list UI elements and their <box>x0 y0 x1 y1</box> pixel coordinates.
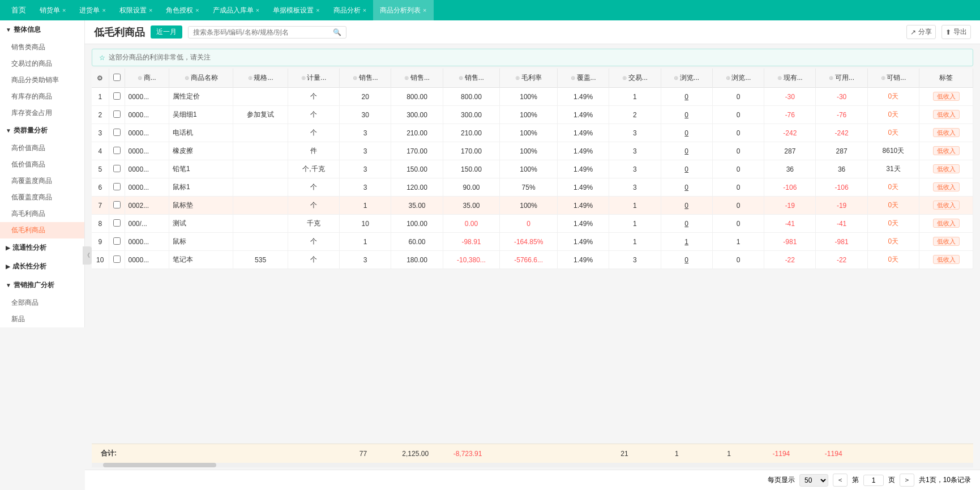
row-checkbox[interactable] <box>113 201 121 208</box>
row-checkbox[interactable] <box>113 110 121 118</box>
sidebar-group-marketing[interactable]: ▼ 营销推广分析 <box>0 276 84 295</box>
row-checkbox-cell[interactable] <box>109 124 125 142</box>
tag-badge[interactable]: 低收入 <box>933 255 960 264</box>
browse1-link[interactable]: 0 <box>684 93 688 101</box>
nav-close-permissions[interactable]: × <box>149 7 152 14</box>
nav-roles[interactable]: 角色授权 × <box>159 0 206 20</box>
sidebar-item-high-margin[interactable]: 高毛利商品 <box>0 206 84 222</box>
sidebar-item-low-margin[interactable]: 低毛利商品 <box>0 222 84 238</box>
sidebar-item-stocked[interactable]: 有库存的商品 <box>0 88 84 105</box>
sidebar-item-high-coverage[interactable]: 高覆盖度商品 <box>0 173 84 189</box>
row-checkbox-cell[interactable] <box>109 142 125 160</box>
nav-close-product-analysis-list[interactable]: × <box>423 7 426 14</box>
th-browse2[interactable]: 浏览... <box>712 69 764 88</box>
page-size-select[interactable]: 50 100 200 <box>799 474 828 487</box>
tag-badge[interactable]: 低收入 <box>933 146 960 155</box>
nav-close-roles[interactable]: × <box>195 7 199 14</box>
nav-close-product-analysis[interactable]: × <box>363 7 366 14</box>
nav-templates[interactable]: 单据模板设置 × <box>266 0 326 20</box>
tag-badge[interactable]: 低收入 <box>933 110 960 119</box>
tag-badge[interactable]: 低收入 <box>933 201 960 210</box>
next-page-button[interactable]: ＞ <box>900 474 914 487</box>
search-icon[interactable]: 🔍 <box>333 28 341 36</box>
tag-badge[interactable]: 低收入 <box>933 164 960 173</box>
scrollbar-thumb[interactable] <box>103 463 216 467</box>
th-salable[interactable]: 可销... <box>867 69 919 88</box>
browse1-link[interactable]: 0 <box>684 165 688 173</box>
share-button[interactable]: ↗ 分享 <box>906 25 936 39</box>
browse1-link[interactable]: 0 <box>684 184 688 191</box>
browse1-link[interactable]: 0 <box>684 111 688 119</box>
row-checkbox[interactable] <box>113 237 121 245</box>
row-checkbox-cell[interactable] <box>109 197 125 215</box>
sidebar-collapse-btn[interactable]: 《 <box>83 246 92 265</box>
nav-close-templates[interactable]: × <box>316 7 319 14</box>
row-checkbox-cell[interactable] <box>109 106 125 124</box>
row-checkbox[interactable] <box>113 255 121 263</box>
row-checkbox-cell[interactable] <box>109 88 125 106</box>
th-code[interactable]: 商... <box>125 69 169 88</box>
th-price[interactable]: 销售... <box>391 69 443 88</box>
row-checkbox-cell[interactable] <box>109 233 125 251</box>
row-checkbox[interactable] <box>113 92 121 100</box>
th-settings[interactable]: ⚙ <box>92 69 109 88</box>
th-trade[interactable]: 交易... <box>609 69 661 88</box>
th-available[interactable]: 可用... <box>816 69 867 88</box>
browse1-link[interactable]: 1 <box>684 238 688 246</box>
table-container[interactable]: ⚙ 商... 商品名称 规格... 计量... 销售... 销售... 销售..… <box>92 69 973 444</box>
row-checkbox[interactable] <box>113 147 121 154</box>
row-checkbox-cell[interactable] <box>109 178 125 197</box>
sidebar-item-all-products[interactable]: 全部商品 <box>0 295 84 311</box>
tag-badge[interactable]: 低收入 <box>933 219 960 228</box>
sidebar-item-traded-products[interactable]: 交易过的商品 <box>0 56 84 72</box>
th-unit[interactable]: 计量... <box>288 69 339 88</box>
tag-badge[interactable]: 低收入 <box>933 182 960 191</box>
sidebar-item-category-rate[interactable]: 商品分类助销率 <box>0 72 84 88</box>
nav-product-analysis-list[interactable]: 商品分析列表 × <box>373 0 433 20</box>
browse1-link[interactable]: 0 <box>684 256 688 264</box>
th-spec[interactable]: 规格... <box>233 69 288 88</box>
sidebar-group-growth[interactable]: ▶ 成长性分析 <box>0 257 84 276</box>
sidebar-group-cluster[interactable]: ▼ 类群量分析 <box>0 121 84 140</box>
tag-badge[interactable]: 低收入 <box>933 128 960 137</box>
th-current[interactable]: 现有... <box>764 69 816 88</box>
nav-sales[interactable]: 销货单 × <box>33 0 72 20</box>
browse1-link[interactable]: 0 <box>684 202 688 210</box>
tag-badge[interactable]: 低收入 <box>933 92 960 101</box>
page-number-input[interactable] <box>863 475 884 486</box>
sidebar-item-low-coverage[interactable]: 低覆盖度商品 <box>0 189 84 206</box>
row-checkbox[interactable] <box>113 219 121 227</box>
nav-purchase[interactable]: 进货单 × <box>72 0 112 20</box>
sidebar-item-capital[interactable]: 库存资金占用 <box>0 105 84 121</box>
th-browse1[interactable]: 浏览... <box>661 69 712 88</box>
select-all-checkbox[interactable] <box>113 74 121 81</box>
date-filter-button[interactable]: 近一月 <box>151 25 182 39</box>
sidebar-item-sales-products[interactable]: 销售类商品 <box>0 39 84 56</box>
sidebar-item-high-value[interactable]: 高价值商品 <box>0 140 84 156</box>
nav-close-products-in[interactable]: × <box>256 7 259 14</box>
browse1-link[interactable]: 0 <box>684 147 688 155</box>
tag-badge[interactable]: 低收入 <box>933 237 960 246</box>
th-qty[interactable]: 销售... <box>340 69 391 88</box>
browse1-link[interactable]: 0 <box>684 129 688 137</box>
th-checkbox[interactable] <box>109 69 125 88</box>
search-input[interactable] <box>193 28 333 36</box>
th-margin[interactable]: 毛利率 <box>500 69 558 88</box>
browse1-link[interactable]: 0 <box>684 220 688 228</box>
th-cost[interactable]: 销售... <box>443 69 500 88</box>
horizontal-scrollbar[interactable] <box>92 463 973 467</box>
sidebar-item-new-products[interactable]: 新品 <box>0 311 84 327</box>
row-checkbox[interactable] <box>113 165 121 172</box>
row-checkbox-cell[interactable] <box>109 160 125 178</box>
nav-close-purchase[interactable]: × <box>102 7 105 14</box>
export-button[interactable]: ⬆ 导出 <box>942 25 971 39</box>
nav-permissions[interactable]: 权限设置 × <box>113 0 159 20</box>
row-checkbox[interactable] <box>113 183 121 190</box>
nav-products-in[interactable]: 产成品入库单 × <box>206 0 266 20</box>
th-name[interactable]: 商品名称 <box>169 69 233 88</box>
sidebar-group-overall[interactable]: ▼ 整体信息 <box>0 20 84 39</box>
nav-home[interactable]: 首页 <box>5 0 33 20</box>
sidebar-item-low-value[interactable]: 低价值商品 <box>0 156 84 173</box>
row-checkbox[interactable] <box>113 129 121 136</box>
th-coverage[interactable]: 覆盖... <box>557 69 609 88</box>
